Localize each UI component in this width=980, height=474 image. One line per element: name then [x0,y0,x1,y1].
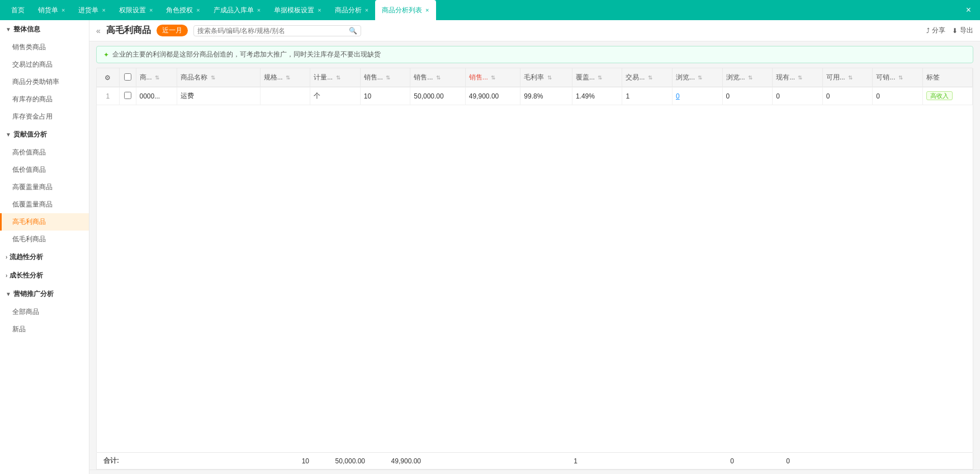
nav-close-role[interactable]: × [196,7,200,13]
sidebar-group-trend[interactable]: › 流趋性分析 [0,248,89,266]
cell-sales-profit: 49,900.00 [465,87,520,105]
search-icon[interactable]: 🔍 [349,27,357,35]
nav-close-permission[interactable]: × [149,7,153,13]
sidebar-item-traded-goods[interactable]: 交易过的商品 [0,56,89,73]
nav-item-sales[interactable]: 销货单 × [31,0,72,20]
th-sales-profit-label: 销售... [469,73,488,81]
th-tag-label: 标签 [926,73,940,81]
bottom-scrollbar[interactable] [89,470,980,474]
th-name[interactable]: 商品名称 ⇅ [177,68,260,87]
select-all-checkbox[interactable] [124,73,131,81]
sidebar-item-all-goods[interactable]: 全部商品 [0,303,89,321]
main-layout: ▼ 整体信息 销售类商品 交易过的商品 商品分类助销率 有库存的商品 库存资金占… [0,20,980,474]
sort-icon-spec: ⇅ [286,74,290,81]
th-available-label: 可用... [826,73,845,81]
table-container: ⚙ 商... ⇅ 商品名称 ⇅ [96,68,973,453]
sort-icon-sellable: ⇅ [898,74,903,81]
sidebar-item-low-margin[interactable]: 低毛利商品 [0,231,89,248]
sidebar-item-low-coverage[interactable]: 低覆盖量商品 [0,196,89,213]
table-header-row: ⚙ 商... ⇅ 商品名称 ⇅ [97,68,973,87]
th-sales-profit[interactable]: 销售... ⇅ [465,68,520,87]
sort-icon-sales-profit: ⇅ [491,74,495,81]
search-input[interactable] [197,27,347,35]
nav-label-purchase: 进货单 [78,6,98,15]
th-transaction-label: 交易... [626,73,645,81]
sidebar-item-high-margin[interactable]: 高毛利商品 [0,213,89,231]
sidebar-item-low-value[interactable]: 低价值商品 [0,161,89,179]
th-current-label: 现有... [776,73,795,81]
th-code-label: 商... [140,73,152,81]
table-footer: 合计: 10 50,000.00 49,900.00 1 0 0 [96,453,973,470]
nav-item-purchase[interactable]: 进货单 × [72,0,112,20]
th-browse1[interactable]: 浏览... ⇅ [673,68,723,87]
nav-close-analysis-list[interactable]: × [425,7,429,13]
sidebar-item-category-rate[interactable]: 商品分类助销率 [0,73,89,91]
sidebar-item-stocked-goods[interactable]: 有库存的商品 [0,91,89,108]
th-code[interactable]: 商... ⇅ [136,68,177,87]
th-unit[interactable]: 计量... ⇅ [310,68,361,87]
top-nav: 首页 销货单 × 进货单 × 权限设置 × 角色授权 × 产成品入库单 × 单据… [0,0,980,20]
th-available[interactable]: 可用... ⇅ [822,68,873,87]
sort-icon-coverage: ⇅ [598,74,602,81]
nav-item-home[interactable]: 首页 [4,0,31,20]
close-all-button[interactable]: × [962,5,976,15]
info-icon: ✦ [103,51,109,59]
th-transaction[interactable]: 交易... ⇅ [622,68,673,87]
row-checkbox[interactable] [124,92,131,99]
th-sales-qty-label: 销售... [364,73,383,81]
nav-close-sales[interactable]: × [61,7,65,13]
cell-transaction: 1 [622,87,673,105]
th-coverage[interactable]: 覆盖... ⇅ [572,68,622,87]
th-gross-margin[interactable]: 毛利率 ⇅ [520,68,572,87]
th-tag[interactable]: 标签 [922,68,972,87]
info-bar: ✦ 企业的主要的利润都是这部分商品创造的，可考虑加大推广，同时关注库存是不要出现… [96,46,973,63]
sidebar-group-growth[interactable]: › 成长性分析 [0,266,89,285]
sidebar-group-contribution[interactable]: ▼ 贡献值分析 [0,125,89,144]
cell-gross-margin: 99.8% [520,87,572,105]
filter-recent-month-button[interactable]: 近一月 [157,25,188,36]
nav-close-purchase[interactable]: × [102,7,105,13]
nav-close-inventory[interactable]: × [257,7,261,13]
share-button[interactable]: ⤴ 分享 [926,26,945,35]
nav-item-role[interactable]: 角色授权 × [159,0,206,20]
sidebar-group-overall[interactable]: ▼ 整体信息 [0,20,89,39]
nav-label-sales: 销货单 [38,6,58,15]
cell-sales-amount: 50,000.00 [410,87,466,105]
nav-label-analysis: 商品分析 [335,6,362,15]
nav-item-permission[interactable]: 权限设置 × [112,0,159,20]
nav-item-analysis-list[interactable]: 商品分析列表 × [375,0,435,20]
info-text: 企业的主要的利润都是这部分商品创造的，可考虑加大推广，同时关注库存是不要出现缺货 [112,50,381,59]
th-sales-qty[interactable]: 销售... ⇅ [360,68,410,87]
nav-close-analysis[interactable]: × [365,7,368,13]
cell-available: 0 [822,87,873,105]
cell-browse1[interactable]: 0 [673,87,723,105]
sidebar-item-high-value[interactable]: 高价值商品 [0,144,89,161]
export-button[interactable]: ⬇ 导出 [952,26,973,35]
share-label: 分享 [932,26,945,35]
sidebar-item-inventory-capital[interactable]: 库存资金占用 [0,108,89,125]
footer-transaction: 1 [533,457,577,465]
cell-current: 0 [773,87,823,105]
th-browse2[interactable]: 浏览... ⇅ [722,68,773,87]
th-spec[interactable]: 规格... ⇅ [260,68,310,87]
th-current[interactable]: 现有... ⇅ [773,68,823,87]
sidebar-group-marketing[interactable]: ▼ 营销推广分析 [0,285,89,303]
sort-icon-current: ⇅ [798,74,802,81]
th-sellable[interactable]: 可销... ⇅ [873,68,923,87]
th-settings[interactable]: ⚙ [97,68,119,87]
sidebar-toggle-button[interactable]: « [96,26,101,35]
th-sales-amount[interactable]: 销售... ⇅ [410,68,466,87]
nav-item-analysis[interactable]: 商品分析 × [328,0,375,20]
sidebar-item-new-goods[interactable]: 新品 [0,321,89,338]
nav-close-template[interactable]: × [318,7,321,13]
chevron-growth: › [6,273,7,279]
settings-icon[interactable]: ⚙ [105,74,111,82]
cell-check[interactable] [119,87,136,105]
sidebar-group-contribution-label: 贡献值分析 [13,130,47,139]
th-name-label: 商品名称 [181,73,207,81]
nav-item-template[interactable]: 单据模板设置 × [267,0,328,20]
nav-item-inventory[interactable]: 产成品入库单 × [207,0,267,20]
th-check[interactable] [119,68,136,87]
sidebar-item-sales-goods[interactable]: 销售类商品 [0,39,89,56]
sidebar-item-high-coverage[interactable]: 高覆盖量商品 [0,179,89,196]
